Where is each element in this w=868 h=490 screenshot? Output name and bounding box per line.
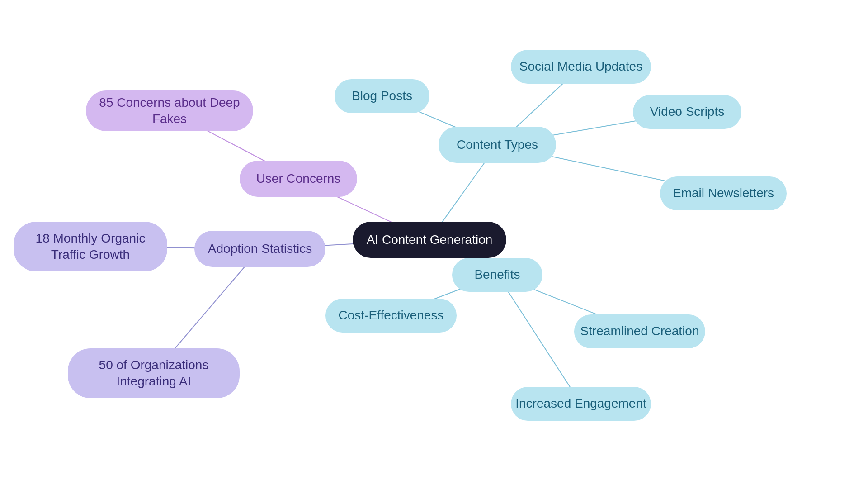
node-label-email-newsletters: Email Newsletters xyxy=(669,185,778,201)
node-label-organic-traffic: 18 Monthly Organic Traffic Growth xyxy=(14,230,167,263)
node-organic-traffic[interactable]: 18 Monthly Organic Traffic Growth xyxy=(14,222,167,271)
node-user-concerns[interactable]: User Concerns xyxy=(240,161,357,197)
node-increased-engagement[interactable]: Increased Engagement xyxy=(511,387,651,421)
node-label-deep-fakes: 85 Concerns about Deep Fakes xyxy=(86,95,253,128)
svg-line-8 xyxy=(497,275,581,404)
node-label-organizations: 50 of Organizations Integrating AI xyxy=(68,357,240,390)
node-deep-fakes[interactable]: 85 Concerns about Deep Fakes xyxy=(86,90,253,131)
node-label-blog-posts: Blog Posts xyxy=(348,88,416,104)
node-label-increased-engagement: Increased Engagement xyxy=(512,395,650,412)
node-content-types[interactable]: Content Types xyxy=(439,127,556,163)
node-video-scripts[interactable]: Video Scripts xyxy=(633,95,741,129)
node-label-benefits: Benefits xyxy=(471,266,524,283)
node-label-streamlined-creation: Streamlined Creation xyxy=(576,323,703,339)
node-label-social-media: Social Media Updates xyxy=(516,58,646,75)
node-cost-effectiveness[interactable]: Cost-Effectiveness xyxy=(326,299,457,333)
node-social-media[interactable]: Social Media Updates xyxy=(511,50,651,84)
node-label-adoption-stats: Adoption Statistics xyxy=(204,241,316,257)
node-label-video-scripts: Video Scripts xyxy=(646,104,728,120)
node-organizations[interactable]: 50 of Organizations Integrating AI xyxy=(68,348,240,398)
central-node-label: AI Content Generation xyxy=(363,232,496,248)
node-email-newsletters[interactable]: Email Newsletters xyxy=(660,176,787,210)
node-adoption-stats[interactable]: Adoption Statistics xyxy=(194,231,326,267)
node-label-content-types: Content Types xyxy=(453,137,542,153)
mindmap-canvas: AI Content GenerationContent TypesSocial… xyxy=(0,0,868,490)
node-benefits[interactable]: Benefits xyxy=(452,258,542,292)
node-blog-posts[interactable]: Blog Posts xyxy=(335,79,429,113)
node-label-user-concerns: User Concerns xyxy=(253,171,344,187)
node-label-cost-effectiveness: Cost-Effectiveness xyxy=(335,307,448,323)
central-node[interactable]: AI Content Generation xyxy=(353,222,506,258)
node-streamlined-creation[interactable]: Streamlined Creation xyxy=(574,314,705,348)
